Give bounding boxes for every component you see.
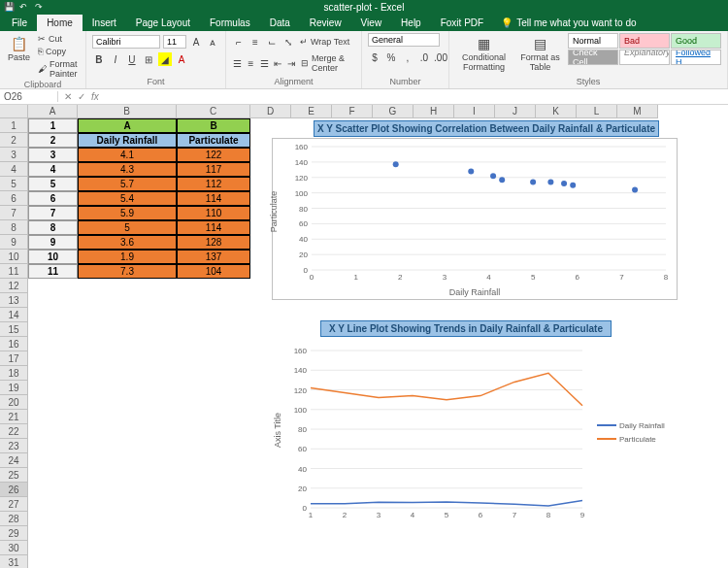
- tab-insert[interactable]: Insert: [83, 15, 126, 31]
- row-header-27[interactable]: 27: [0, 497, 27, 512]
- fx-icon[interactable]: fx: [91, 91, 99, 102]
- row-header-16[interactable]: 16: [0, 337, 27, 351]
- tab-file[interactable]: File: [2, 15, 37, 31]
- cut-button[interactable]: ✂Cut: [36, 33, 80, 45]
- cell-C9[interactable]: 128: [177, 235, 250, 250]
- copy-button[interactable]: ⎘Copy: [36, 46, 80, 57]
- cell-A4[interactable]: 4: [28, 162, 78, 177]
- row-header-5[interactable]: 5: [0, 177, 27, 191]
- tab-formulas[interactable]: Formulas: [200, 15, 260, 31]
- row-header-19[interactable]: 19: [0, 381, 27, 395]
- cell-A1[interactable]: 1: [28, 118, 78, 133]
- row-header-6[interactable]: 6: [0, 191, 27, 206]
- tab-view[interactable]: View: [351, 15, 392, 31]
- cell-C1[interactable]: B: [177, 118, 250, 133]
- row-header-21[interactable]: 21: [0, 410, 27, 424]
- style-normal[interactable]: Normal: [568, 33, 618, 49]
- bold-button[interactable]: B: [92, 52, 106, 66]
- tab-review[interactable]: Review: [300, 15, 351, 31]
- row-header-1[interactable]: 1: [0, 118, 27, 133]
- dec-decimal-button[interactable]: .00: [434, 50, 447, 64]
- align-middle-button[interactable]: ≡: [248, 35, 262, 49]
- row-header-25[interactable]: 25: [0, 468, 27, 483]
- row-header-14[interactable]: 14: [0, 308, 27, 322]
- tab-data[interactable]: Data: [260, 15, 300, 31]
- style-bad[interactable]: Bad: [619, 33, 670, 49]
- indent-dec-button[interactable]: ⇤: [273, 56, 283, 70]
- tab-foxit[interactable]: Foxit PDF: [431, 15, 493, 31]
- autosave-icon[interactable]: 💾: [4, 2, 14, 12]
- name-box[interactable]: O26: [0, 91, 58, 102]
- comma-button[interactable]: ,: [401, 50, 414, 64]
- align-right-button[interactable]: ☰: [259, 56, 270, 70]
- col-header-A[interactable]: A: [28, 105, 78, 117]
- underline-button[interactable]: U: [125, 52, 139, 66]
- style-followed-link[interactable]: Followed H: [671, 50, 721, 65]
- row-header-15[interactable]: 15: [0, 322, 27, 337]
- cell-A6[interactable]: 6: [28, 191, 78, 206]
- merge-button[interactable]: ⊟Merge & Center: [299, 52, 355, 74]
- cell-C3[interactable]: 122: [177, 148, 250, 162]
- col-header-F[interactable]: F: [332, 105, 373, 117]
- col-header-C[interactable]: C: [177, 105, 250, 117]
- cell-C8[interactable]: 114: [177, 220, 250, 235]
- cell-C6[interactable]: 114: [177, 191, 250, 206]
- row-header-2[interactable]: 2: [0, 133, 27, 148]
- worksheet-grid[interactable]: ABCDEFGHIJKLM 12345678910111213141516171…: [0, 105, 728, 568]
- row-header-26[interactable]: 26: [0, 483, 27, 497]
- scatter-chart[interactable]: Particulate Daily Rainfall 0204060801001…: [272, 138, 678, 300]
- row-header-28[interactable]: 28: [0, 512, 27, 526]
- cell-B9[interactable]: 3.6: [78, 235, 177, 250]
- tell-me-search[interactable]: 💡 Tell me what you want to do: [501, 17, 636, 31]
- style-good[interactable]: Good: [671, 33, 721, 49]
- format-painter-button[interactable]: 🖌Format Painter: [36, 58, 80, 80]
- style-check-cell[interactable]: Check Cell: [568, 50, 618, 65]
- number-format-combo[interactable]: General: [368, 33, 440, 47]
- cell-B11[interactable]: 7.3: [78, 264, 177, 279]
- orientation-button[interactable]: ⤡: [281, 35, 295, 49]
- row-header-18[interactable]: 18: [0, 366, 27, 381]
- align-left-button[interactable]: ☰: [232, 56, 243, 70]
- select-all-corner[interactable]: [0, 105, 28, 118]
- col-header-B[interactable]: B: [78, 105, 177, 117]
- paste-button[interactable]: 📋 Paste: [6, 33, 32, 64]
- cell-B1[interactable]: A: [78, 118, 177, 133]
- tab-help[interactable]: Help: [391, 15, 431, 31]
- font-size-combo[interactable]: 11: [163, 35, 186, 49]
- cell-B4[interactable]: 4.3: [78, 162, 177, 177]
- cell-C7[interactable]: 110: [177, 206, 250, 220]
- cell-A8[interactable]: 8: [28, 220, 78, 235]
- align-bottom-button[interactable]: ⌙: [265, 35, 279, 49]
- col-header-E[interactable]: E: [291, 105, 332, 117]
- format-as-table-button[interactable]: ▤ Format as Table: [516, 33, 564, 74]
- decrease-font-icon[interactable]: ᴀ: [206, 35, 219, 49]
- border-button[interactable]: ⊞: [142, 52, 155, 66]
- col-header-H[interactable]: H: [414, 105, 454, 117]
- row-header-30[interactable]: 30: [0, 541, 27, 555]
- row-header-11[interactable]: 11: [0, 264, 27, 279]
- increase-font-icon[interactable]: A: [189, 35, 203, 49]
- tab-page-layout[interactable]: Page Layout: [126, 15, 200, 31]
- cell-A5[interactable]: 5: [28, 177, 78, 191]
- row-header-20[interactable]: 20: [0, 395, 27, 410]
- cell-A9[interactable]: 9: [28, 235, 78, 250]
- row-header-12[interactable]: 12: [0, 279, 27, 293]
- cell-C2[interactable]: Particulate: [177, 133, 250, 148]
- cell-B8[interactable]: 5: [78, 220, 177, 235]
- row-header-9[interactable]: 9: [0, 235, 27, 250]
- conditional-formatting-button[interactable]: ▦ Conditional Formatting: [455, 33, 513, 74]
- cell-C4[interactable]: 117: [177, 162, 250, 177]
- row-header-10[interactable]: 10: [0, 250, 27, 264]
- col-header-D[interactable]: D: [250, 105, 291, 117]
- wrap-text-button[interactable]: ↵Wrap Text: [298, 36, 351, 48]
- inc-decimal-button[interactable]: .0: [417, 50, 431, 64]
- row-header-31[interactable]: 31: [0, 555, 27, 568]
- currency-button[interactable]: $: [368, 50, 381, 64]
- enter-icon[interactable]: ✓: [78, 91, 85, 102]
- cell-A2[interactable]: 2: [28, 133, 78, 148]
- cell-B5[interactable]: 5.7: [78, 177, 177, 191]
- row-header-13[interactable]: 13: [0, 293, 27, 308]
- col-header-J[interactable]: J: [495, 105, 536, 117]
- cell-C10[interactable]: 137: [177, 250, 250, 264]
- row-header-29[interactable]: 29: [0, 526, 27, 541]
